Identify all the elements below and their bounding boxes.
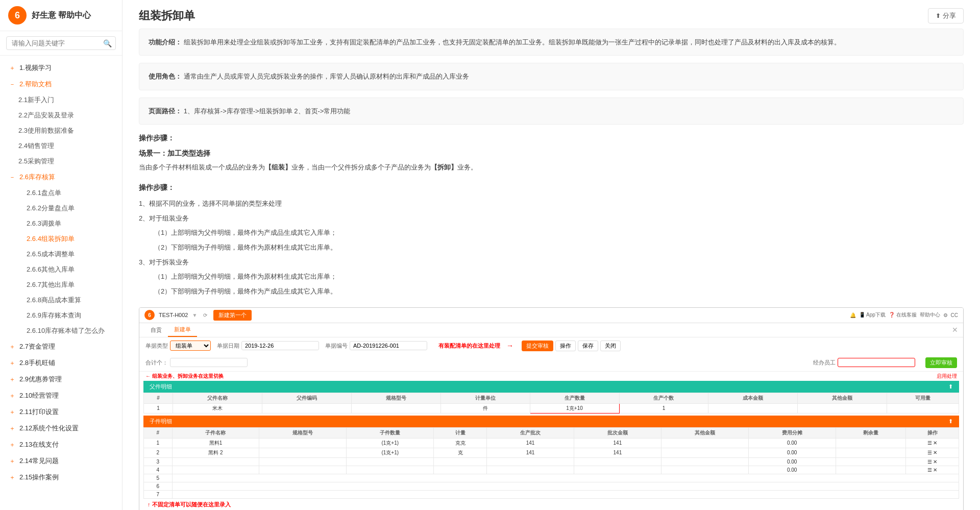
ss-type-label: 单据类型	[145, 342, 168, 350]
ss-upper-th-7: 生产个数	[619, 393, 708, 403]
ss-summary-input[interactable]	[170, 358, 248, 367]
sidebar-sub-s2-6-9[interactable]: 2.6.9库存账本查询	[0, 308, 122, 323]
sidebar-sub-s2-4[interactable]: 2.4销售管理	[0, 138, 122, 154]
ss-submit-btn[interactable]: 提交审核	[522, 341, 553, 351]
sidebar-sub-s2-2[interactable]: 2.2产品安装及登录	[0, 108, 122, 123]
ss-lower-td-3-7	[574, 457, 661, 466]
role-text: 通常由生产人员或库管人员完成拆装业务的操作，库管人员确认原材料的出库和产成品的入…	[184, 72, 469, 80]
sidebar-item-label-s2-7: 2.7资金管理	[19, 342, 55, 351]
sidebar-sub-s2-6-8[interactable]: 2.6.8商品成本重算	[0, 293, 122, 308]
sidebar-sub-s2-6-2[interactable]: 2.6.2分量盘点单	[0, 201, 122, 216]
sidebar-sub-s2-1[interactable]: 2.1新手入门	[0, 92, 122, 108]
ss-worker-input[interactable]	[838, 358, 915, 367]
sidebar-item-s1[interactable]: ＋ 1.视频学习	[0, 60, 122, 76]
step-3-2: （2）下部明细为子件明细，最终作为产成品生成其它入库单。	[139, 285, 964, 298]
ss-nav-close[interactable]: ✕	[952, 326, 958, 334]
ss-topbar-icons: 🔔 📱 App下载 ❓ 在线客服 帮助中心 ⚙ CC	[850, 311, 958, 319]
plus-icon-2-13: ＋	[8, 441, 16, 449]
ss-new-btn[interactable]: 新建第一个	[213, 310, 252, 321]
ss-lower-th-9: 费用分摊	[748, 427, 836, 438]
ss-date-input[interactable]	[241, 341, 319, 350]
ss-nav-tabs: 自贡 新建单 ✕	[139, 323, 963, 337]
ss-confirm-btn[interactable]: 立即审核	[925, 357, 957, 368]
plus-icon-2-10: ＋	[8, 392, 16, 400]
ss-code-input[interactable]	[350, 341, 427, 350]
ss-lower-td-4-1: 4	[144, 466, 173, 474]
step-3-1: （1）上部明细为父件明细，最终作为原材料生成其它出库单；	[139, 271, 964, 283]
table-row: 5	[144, 474, 959, 482]
sidebar-sub-s2-6-7[interactable]: 2.6.7其他出库单	[0, 277, 122, 293]
ss-app-logo: 6	[144, 310, 155, 320]
ss-lower-td-3-8	[661, 457, 748, 466]
ss-upper-td-1-3	[262, 403, 351, 413]
feature-intro-text: 组装拆卸单用来处理企业组装或拆卸等加工业务，支持有固定装配清单的产品加工业务，也…	[184, 38, 841, 46]
minus-icon-2-6: －	[8, 173, 16, 181]
sidebar-item-s2-13[interactable]: ＋ 2.13在线支付	[0, 436, 122, 453]
ss-lower-td-1-1: 1	[144, 438, 173, 448]
sidebar-item-s2-10[interactable]: ＋ 2.10经营管理	[0, 387, 122, 404]
ss-lower-th-10: 剩余量	[836, 427, 905, 438]
sidebar-item-s2-6[interactable]: － 2.6库存核算	[0, 169, 122, 185]
path-label: 页面路径：	[149, 107, 182, 115]
sidebar-item-s2-14[interactable]: ＋ 2.14常见问题	[0, 453, 122, 469]
search-input[interactable]	[6, 36, 116, 50]
sidebar-sub-s2-6-1[interactable]: 2.6.1盘点单	[0, 185, 122, 201]
ss-type-field: 单据类型 组装单 拆卸单	[145, 341, 211, 351]
sidebar-sub-s2-6-5[interactable]: 2.6.5成本调整单	[0, 247, 122, 262]
sidebar-item-label-s2-11: 2.11打印设置	[19, 407, 59, 417]
ss-upper-section-bar: 父件明细 ⬆	[143, 381, 959, 393]
ss-save-btn[interactable]: 保存	[578, 341, 598, 351]
ss-form-area: 单据类型 组装单 拆卸单 单据日期 单据编号	[139, 337, 963, 381]
path-text: 1、库存核算->库存管理->组装拆卸单 2、首页->常用功能	[184, 107, 351, 115]
sidebar-sub-s2-6-3[interactable]: 2.6.3调拨单	[0, 216, 122, 231]
ss-lower-bar-icon: ⬆	[948, 418, 953, 425]
sidebar-sub-s2-6-4[interactable]: 2.6.4组装拆卸单	[0, 231, 122, 247]
plus-icon-2-11: ＋	[8, 408, 16, 416]
ss-tab-home[interactable]: 自贡	[144, 324, 168, 336]
sidebar-item-s2-9[interactable]: ＋ 2.9优惠券管理	[0, 371, 122, 387]
sidebar-sub-s2-3[interactable]: 2.3使用前数据准备	[0, 123, 122, 138]
ss-dropdown-icon: ▼	[192, 312, 197, 318]
page-header: 组装拆卸单 ⬆ 分享	[122, 0, 980, 29]
ss-summary-field: 合计个：	[145, 358, 248, 367]
ss-lower-td-3-10	[836, 457, 905, 466]
plus-icon-2-8: ＋	[8, 359, 16, 367]
ss-lower-td-2-7: 141	[574, 448, 661, 457]
ss-lower-td-7-1: 7	[144, 490, 173, 498]
sidebar: 6 好生意 帮助中心 🔍 ＋ 1.视频学习 － 2.帮助文档 2.1新手入门 2…	[0, 0, 122, 510]
ss-lower-td-4-9: 0.00	[748, 466, 836, 474]
ss-phone-icon: 📱 App下载	[859, 311, 886, 319]
ss-lower-td-4-11: ☰ ✕	[906, 466, 959, 474]
ss-lower-td-4-10	[836, 466, 905, 474]
annotation-text-4: ↑ 不固定清单可以随便在这里录入	[148, 501, 231, 507]
ss-close-btn[interactable]: 关闭	[600, 341, 621, 351]
ss-lower-td-3-3	[259, 457, 347, 466]
sidebar-sub-s2-6-10[interactable]: 2.6.10库存账本错了怎么办	[0, 323, 122, 338]
sidebar-sub-s2-5[interactable]: 2.5采购管理	[0, 154, 122, 169]
ops-steps-title: 操作步骤：	[139, 183, 964, 192]
sidebar-item-s2-12[interactable]: ＋ 2.12系统个性化设置	[0, 420, 122, 436]
ss-upper-th-4: 规格型号	[351, 393, 440, 403]
ss-upper-th-2: 父件名称	[173, 393, 262, 403]
ss-lower-td-2-6: 141	[487, 448, 574, 457]
ss-annotation-area: ← 组装业务、拆卸业务在这里切换 启用处理	[139, 371, 963, 381]
sidebar-item-s2-7[interactable]: ＋ 2.7资金管理	[0, 338, 122, 355]
sidebar-item-s2-15[interactable]: ＋ 2.15操作案例	[0, 469, 122, 485]
ss-lower-td-1-5: 克克	[434, 438, 487, 448]
scene1-desc: 当由多个子件材料组装成一个成品的业务为【组装】业务，当由一个父件拆分成多个子产品…	[139, 161, 964, 174]
ss-lower-td-1-7: 141	[574, 438, 661, 448]
ss-lower-th-5: 计量	[434, 427, 487, 438]
share-button[interactable]: ⬆ 分享	[928, 8, 964, 23]
ss-more-btn[interactable]: 操作	[555, 341, 576, 351]
annotation-block-4: ↑ 不固定清单可以随便在这里录入	[143, 499, 959, 510]
ss-tab-new[interactable]: 新建单	[168, 323, 197, 337]
page-title: 组装拆卸单	[139, 8, 195, 23]
ss-type-select[interactable]: 组装单 拆卸单	[170, 341, 211, 351]
sidebar-item-s2-8[interactable]: ＋ 2.8手机旺铺	[0, 355, 122, 371]
sidebar-item-s2-11[interactable]: ＋ 2.11打印设置	[0, 404, 122, 420]
sidebar-sub-s2-6-6[interactable]: 2.6.6其他入库单	[0, 262, 122, 277]
ss-upper-table-wrap: 父件明细 ⬆ # 父件名称 父件编码 规格型号 计量单位 生产数量	[139, 381, 963, 416]
feature-intro-block: 功能介绍： 组装拆卸单用来处理企业组装或拆卸等加工业务，支持有固定装配清单的产品…	[139, 29, 964, 56]
sidebar-item-s2[interactable]: － 2.帮助文档	[0, 76, 122, 92]
minus-icon: －	[8, 80, 16, 88]
